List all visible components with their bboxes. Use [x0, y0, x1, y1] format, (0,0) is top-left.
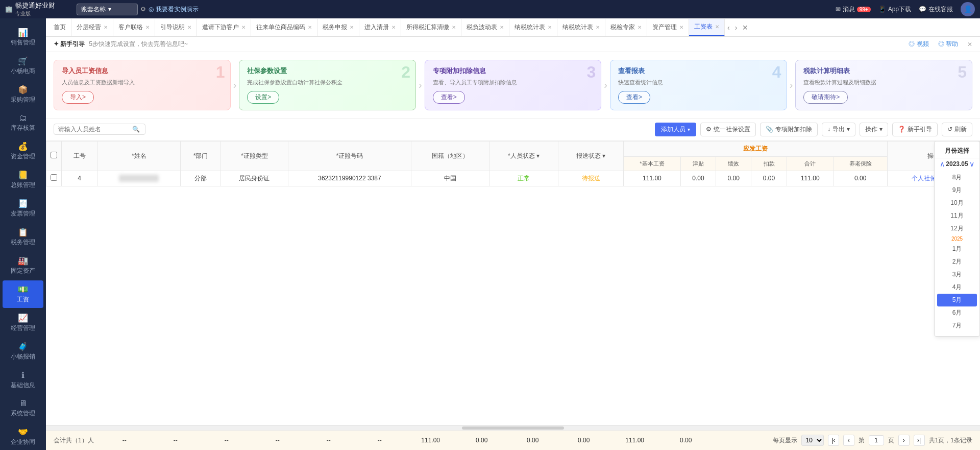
close-icon[interactable]: ✕: [500, 25, 504, 30]
tab-guide-intro[interactable]: 引导说明 ✕: [155, 19, 197, 36]
sidebar-item-salary[interactable]: 💵 工资: [3, 280, 43, 308]
help-link[interactable]: ◎ 帮助: [938, 40, 958, 49]
video-link[interactable]: ◎ 视频: [909, 40, 928, 49]
month-item-4[interactable]: 4月: [935, 281, 979, 294]
sidebar-item-basic-info[interactable]: ℹ 基础信息: [3, 366, 43, 394]
footer-allowance-total: 0.00: [461, 437, 502, 444]
month-item-6[interactable]: 6月: [935, 306, 979, 319]
month-item-9[interactable]: 9月: [935, 184, 979, 197]
social-security-setting-btn[interactable]: ⚙ 统一社保设置: [700, 123, 756, 136]
close-icon[interactable]: ✕: [452, 25, 456, 30]
month-item-5-active[interactable]: 5月: [937, 294, 977, 306]
tab-close-all-btn[interactable]: ✕: [740, 23, 751, 32]
sidebar-item-collab[interactable]: 🤝 企业协同: [3, 423, 43, 450]
sidebar-item-inventory[interactable]: 🗂 库存核算: [3, 109, 43, 136]
sidebar-item-management[interactable]: 📈 经营管理: [3, 309, 43, 337]
close-icon[interactable]: ✕: [548, 25, 552, 30]
month-item-12[interactable]: 12月: [935, 222, 979, 235]
prev-page-btn[interactable]: ‹: [843, 435, 854, 446]
sidebar-item-finance[interactable]: 💰 资金管理: [3, 137, 43, 165]
month-up-btn[interactable]: ∧: [939, 160, 946, 168]
row-checkbox[interactable]: [51, 174, 57, 181]
page-input[interactable]: [869, 435, 884, 445]
th-status[interactable]: *人员状态 ▾: [489, 141, 558, 171]
newbie-guide-btn[interactable]: ❓ 新手引导: [892, 123, 938, 136]
close-icon[interactable]: ✕: [638, 25, 642, 30]
close-wizard-btn[interactable]: ✕: [967, 41, 972, 48]
month-item-7[interactable]: 7月: [935, 319, 979, 332]
tab-tax-report[interactable]: 税务申报 ✕: [317, 19, 359, 36]
tab-invite[interactable]: 邀请下游客户 ✕: [197, 19, 251, 36]
close-icon[interactable]: ✕: [596, 25, 600, 30]
tab-clear[interactable]: 进入清册 ✕: [359, 19, 401, 36]
close-icon[interactable]: ✕: [350, 25, 354, 30]
tab-prev-btn[interactable]: ‹: [725, 23, 732, 32]
tab-home[interactable]: 首页: [48, 19, 71, 36]
tab-salary-table[interactable]: 工资表 ✕: [689, 19, 725, 36]
close-icon[interactable]: ✕: [187, 25, 191, 30]
month-item-2[interactable]: 2月: [935, 255, 979, 268]
tab-tax-stats[interactable]: 纳税统计表 ✕: [509, 19, 557, 36]
step-btn-5[interactable]: 敬请期待>: [803, 91, 848, 104]
tab-income-tax[interactable]: 所得税汇算清缴 ✕: [401, 19, 461, 36]
horizontal-scrollbar[interactable]: [46, 425, 980, 430]
step-btn-2[interactable]: 设置>: [247, 91, 279, 104]
tab-layered-mgmt[interactable]: 分层经营 ✕: [71, 19, 113, 36]
step-btn-1[interactable]: 导入>: [62, 91, 94, 104]
expense-icon: 🧳: [5, 342, 41, 351]
demo-link[interactable]: ◎ 我要看实例演示: [149, 5, 199, 14]
tab-product-code[interactable]: 往来单位商品编码 ✕: [251, 19, 317, 36]
account-selector[interactable]: 账套名称 ▾: [77, 4, 138, 15]
month-down-btn[interactable]: ∨: [968, 160, 975, 168]
sidebar-item-purchase[interactable]: 📦 采购管理: [3, 81, 43, 108]
sidebar-item-system[interactable]: 🖥 系统管理: [3, 395, 43, 422]
export-btn[interactable]: ↓ 导出 ▾: [822, 123, 855, 136]
close-icon[interactable]: ✕: [145, 25, 150, 30]
tab-tax-expert[interactable]: 税检专家 ✕: [605, 19, 647, 36]
step-btn-4[interactable]: 查看>: [618, 91, 650, 104]
close-active-icon[interactable]: ✕: [715, 24, 719, 30]
last-page-btn[interactable]: ›|: [914, 435, 925, 446]
special-deduction-btn[interactable]: 📎 专项附加扣除: [760, 123, 818, 136]
month-item-1[interactable]: 1月: [935, 243, 979, 255]
operation-btn[interactable]: 操作 ▾: [860, 123, 888, 136]
online-service-btn[interactable]: 💬 在线客服: [919, 5, 953, 14]
close-icon[interactable]: ✕: [241, 25, 246, 30]
th-sendStatus[interactable]: 报送状态 ▾: [558, 141, 624, 171]
settings-icon[interactable]: ⚙: [140, 6, 146, 13]
tab-next-btn[interactable]: ›: [732, 23, 740, 32]
month-item-3[interactable]: 3月: [935, 268, 979, 281]
sidebar-item-fixed-assets[interactable]: 🏭 固定资产: [3, 252, 43, 279]
sidebar-item-sales[interactable]: 📊 销售管理: [3, 23, 43, 51]
month-item-11[interactable]: 11月: [935, 209, 979, 222]
sidebar-item-invoice[interactable]: 🧾 发票管理: [3, 195, 43, 222]
close-icon[interactable]: ✕: [308, 25, 312, 30]
month-item-10[interactable]: 10月: [935, 197, 979, 209]
page-size-select[interactable]: 10 20 50: [801, 435, 824, 446]
sidebar-item-ledger[interactable]: 📒 总账管理: [3, 166, 43, 194]
top-header: 🏢 畅捷通好业财 专业版 账套名称 ▾ ⚙ ◎ 我要看实例演示 ✉ 消息 99+: [0, 0, 980, 18]
add-employee-btn[interactable]: 添加人员 ▾: [655, 123, 696, 136]
sidebar-item-expense[interactable]: 🧳 小畅报销: [3, 338, 43, 365]
user-avatar[interactable]: 👤: [961, 2, 975, 16]
search-icon[interactable]: 🔍: [132, 126, 140, 133]
sidebar-item-tax[interactable]: 📋 税务管理: [3, 223, 43, 251]
close-icon[interactable]: ✕: [391, 25, 396, 30]
close-icon[interactable]: ✕: [104, 25, 108, 30]
select-all-checkbox[interactable]: [51, 152, 57, 158]
tab-tax-burden[interactable]: 税负波动表 ✕: [461, 19, 509, 36]
tab-tax-stats2[interactable]: 纳税统计表 ✕: [557, 19, 605, 36]
first-page-btn[interactable]: |‹: [828, 435, 839, 446]
step-btn-3[interactable]: 查看>: [433, 91, 465, 104]
tab-assets[interactable]: 资产管理 ✕: [647, 19, 689, 36]
app-download-btn[interactable]: 📱 App下载: [878, 5, 911, 14]
search-input[interactable]: [58, 126, 130, 133]
sidebar-item-ecommerce[interactable]: 🛒 小畅电商: [3, 52, 43, 80]
close-icon[interactable]: ✕: [679, 25, 683, 30]
month-item-8[interactable]: 8月: [935, 171, 979, 184]
message-btn[interactable]: ✉ 消息 99+: [836, 5, 871, 14]
personal-social-link[interactable]: 个人社保: [912, 175, 936, 182]
tab-customer[interactable]: 客户联络 ✕: [113, 19, 155, 36]
next-page-btn[interactable]: ›: [898, 435, 910, 446]
refresh-btn[interactable]: ↺ 刷新: [942, 123, 972, 136]
